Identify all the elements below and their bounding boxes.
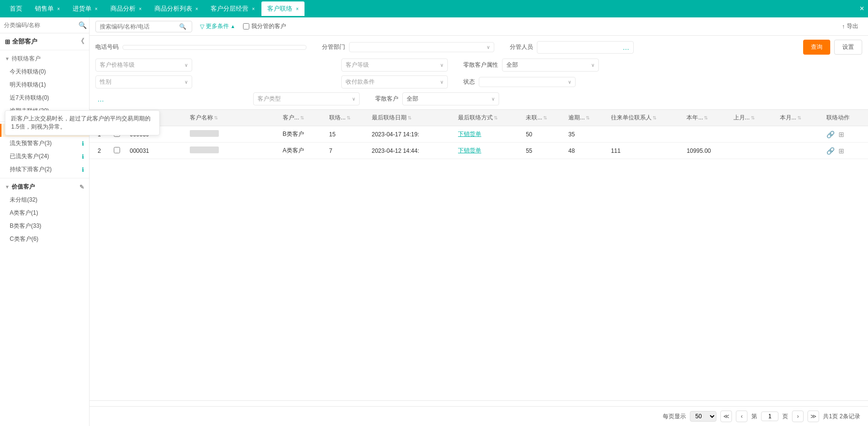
data-table-container: ⚙ 客户编码 ⇅ 客户名称 [90,110,868,400]
filter-row-1: 电话号码 分管部门 ∨ 分管人员 … 查询 设置 [95,40,862,55]
customer-level-select[interactable]: 客户等级 ∨ [341,59,448,72]
nav-customer-contact[interactable]: 客户联络 × [261,1,305,16]
nav-product-list-close[interactable]: × [196,6,198,12]
row-checkbox-cell[interactable] [109,143,125,159]
info-icon-3: ℹ [82,153,84,160]
nav-customer-segment[interactable]: 客户分层经营 × [205,1,260,16]
sort-nocontact-icon[interactable]: ⇅ [543,115,547,120]
row-actions: 🔗 ⊞ [822,143,868,159]
sort-contact-icon[interactable]: ⇅ [347,115,350,120]
nav-home[interactable]: 首页 [4,1,28,16]
action-grid-icon[interactable]: ⊞ [838,131,844,138]
sidebar-item-churn-warning[interactable]: 流失预警客户(3) ℹ [0,137,89,150]
table-row: 2 000031 A类客户 7 2023-04-12 14:44: 下销货单 5… [90,143,868,159]
sort-thismonth-icon[interactable]: ⇅ [797,115,801,120]
action-grid-icon[interactable]: ⊞ [838,147,844,155]
next-page-button[interactable]: › [792,411,804,422]
sidebar-item-churned[interactable]: 已流失客户(24) ℹ [0,150,89,163]
row-overdue: 35 [563,126,606,143]
person-dots[interactable]: … [623,44,629,51]
method-link[interactable]: 下销货单 [458,131,481,137]
main-search-icon[interactable]: 🔍 [179,23,186,30]
dept-arrow: ∨ [487,44,490,50]
collapse-icon[interactable]: 《 [77,37,84,46]
query-button[interactable]: 查询 [803,40,830,55]
sort-overdue-icon[interactable]: ⇅ [586,115,590,120]
sort-company-icon[interactable]: ⇅ [653,115,656,120]
sidebar-item-7days[interactable]: 近7天待联络(0) [0,91,89,104]
row-company: 111 [606,143,682,159]
sidebar-search-icon[interactable]: 🔍 [78,21,87,29]
sidebar-item-ungrouped[interactable]: 未分组(32) [0,193,89,206]
price-level-select[interactable]: 客户价格等级 ∨ [95,59,192,72]
edit-icon[interactable]: ✎ [79,184,84,191]
person-select[interactable]: … [537,41,634,54]
action-link-icon[interactable]: 🔗 [826,131,835,138]
more-conditions-button[interactable]: ▽ 更多条件 ▲ [196,20,239,32]
pending-contact-label[interactable]: ▼ 待联络客户 [0,52,89,65]
prev-page-button[interactable]: ‹ [736,411,747,422]
sidebar-item-tomorrow[interactable]: 明天待联络(1) [0,78,89,91]
status-select[interactable]: ∨ [479,77,576,87]
row-type: B类客户 [278,126,324,143]
query-settings-buttons: 查询 设置 [803,40,862,55]
row-checkbox[interactable] [114,147,120,153]
nav-customer-segment-close[interactable]: × [252,6,255,12]
more-dots[interactable]: … [97,95,104,103]
filter-bar: 🔍 ▽ 更多条件 ▲ 我分管的客户 ↑ 导出 [90,17,868,36]
horizontal-scrollbar[interactable] [90,400,868,406]
sidebar-item-today[interactable]: 今天待联络(0) [0,65,89,78]
row-last-method: 下销货单 [453,143,521,159]
nav-product-analysis[interactable]: 商品分析 × [105,1,148,16]
retail2-select[interactable]: 全部 ∨ [402,92,499,105]
sidebar-item-c-class[interactable]: C类客户(6) [0,233,89,246]
sidebar-search-input[interactable] [4,22,76,29]
nav-product-list[interactable]: 商品分析列表 × [149,1,204,16]
sort-method-icon[interactable]: ⇅ [494,115,498,120]
phone-input[interactable] [122,45,306,50]
per-page-select[interactable]: 10 20 50 100 [690,411,716,422]
all-customers-header[interactable]: ⊞ 全部客户 《 [0,33,89,50]
row-last-date: 2023-04-17 14:19: [367,126,453,143]
sort-date-icon[interactable]: ⇅ [408,115,411,120]
sidebar-item-b-class[interactable]: B类客户(33) [0,220,89,233]
sidebar-item-declining[interactable]: 持续下滑客户(2) ℹ [0,163,89,176]
main-search-input[interactable] [100,23,177,30]
action-link-icon[interactable]: 🔗 [826,147,835,155]
nav-sales-close[interactable]: × [57,6,60,12]
table-header-row: ⚙ 客户编码 ⇅ 客户名称 [90,110,868,126]
row-name [185,143,278,159]
my-customers-checkbox-area[interactable]: 我分管的客户 [243,22,286,30]
method-link[interactable]: 下销货单 [458,147,481,154]
nav-product-analysis-close[interactable]: × [139,6,142,12]
dept-select[interactable]: ∨ [349,42,494,52]
sort-year-icon[interactable]: ⇅ [704,115,708,120]
sort-lastmonth-icon[interactable]: ⇅ [751,115,755,120]
value-arrow-icon: ▼ [5,184,10,190]
page-number-input[interactable] [761,411,778,421]
nav-purchase[interactable]: 进货单 × [67,1,104,16]
row-no-contact: 55 [521,143,563,159]
filter-row-4: … 客户类型 ∨ 零散客户 全部 ∨ [95,92,862,105]
my-customers-checkbox[interactable] [243,23,249,29]
gender-select[interactable]: 性别 ∨ [95,75,192,88]
payment-select[interactable]: 收付款条件 ∨ [341,75,448,88]
sort-name-icon[interactable]: ⇅ [214,115,218,120]
row-this-year: 10995.00 [682,143,728,159]
row-actions: 🔗 ⊞ [822,126,868,143]
sort-type-icon[interactable]: ⇅ [300,115,304,120]
export-button[interactable]: ↑ 导出 [838,20,862,32]
first-page-button[interactable]: ≪ [720,411,732,422]
nav-sales[interactable]: 销售单 × [29,1,66,16]
content-area: 🔍 ▽ 更多条件 ▲ 我分管的客户 ↑ 导出 电话号码 分管 [90,17,868,426]
last-page-button[interactable]: ≫ [807,411,819,422]
nav-purchase-close[interactable]: × [95,6,98,12]
settings-button[interactable]: 设置 [834,40,862,55]
value-customers-group[interactable]: ▼ 价值客户 ✎ [0,180,89,193]
price-level-arrow: ∨ [184,62,188,68]
customer-type-select[interactable]: 客户类型 ∨ [253,92,360,105]
window-close-button[interactable]: × [860,4,864,13]
sidebar-item-a-class[interactable]: A类客户(1) [0,206,89,220]
retail-select[interactable]: 全部 ∨ [502,59,599,72]
nav-customer-contact-close[interactable]: × [296,6,299,12]
